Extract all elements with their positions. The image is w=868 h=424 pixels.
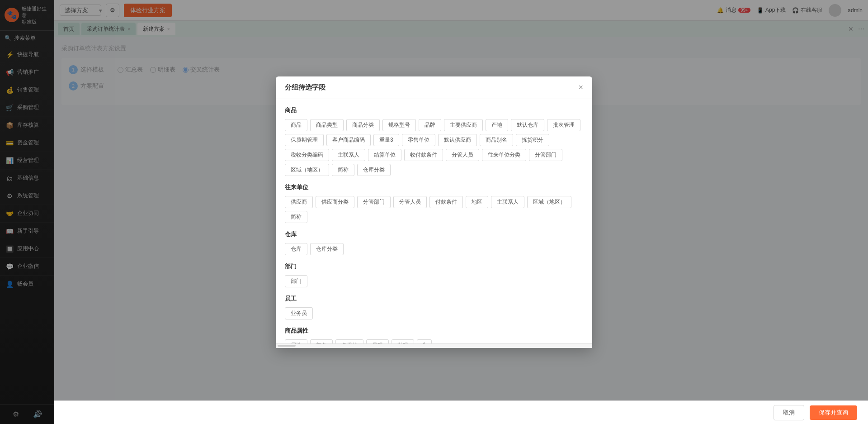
tag-保质期管理[interactable]: 保质期管理 bbox=[285, 134, 324, 146]
modal-header: 分组待选字段 × bbox=[276, 76, 592, 99]
tag-部门[interactable]: 部门 bbox=[285, 275, 307, 287]
tag-客户商品编码[interactable]: 客户商品编码 bbox=[326, 134, 371, 146]
modal-title: 分组待选字段 bbox=[285, 83, 326, 92]
tag-商品类型[interactable]: 商品类型 bbox=[310, 119, 344, 131]
tag-业务员[interactable]: 业务员 bbox=[285, 307, 313, 319]
tag-商品别名[interactable]: 商品别名 bbox=[480, 134, 513, 146]
tag-尺码[interactable]: 尺码 bbox=[366, 339, 389, 343]
tag-商品分类[interactable]: 商品分类 bbox=[346, 119, 380, 131]
tag-主要供应商[interactable]: 主要供应商 bbox=[444, 119, 483, 131]
tag-产地[interactable]: 产地 bbox=[486, 119, 508, 131]
section-title-warehouse: 仓库 bbox=[285, 230, 583, 238]
section-title-employee: 员工 bbox=[285, 295, 583, 303]
tag-往来单位分类[interactable]: 往来单位分类 bbox=[482, 149, 526, 161]
tag-默认仓库[interactable]: 默认仓库 bbox=[511, 119, 544, 131]
tag-颜色[interactable]: 颜色 bbox=[310, 339, 333, 343]
tag-零售单位[interactable]: 零售单位 bbox=[402, 134, 435, 146]
tag-仓库分类[interactable]: 仓库分类 bbox=[310, 243, 344, 255]
section-title-product: 商品 bbox=[285, 106, 583, 114]
tag-主联系人[interactable]: 主联系人 bbox=[332, 149, 365, 161]
tags-wrap-product-attr: 属性颜色多规格尺码鞋码1 bbox=[285, 339, 583, 343]
tags-wrap-product: 商品商品类型商品分类规格型号品牌主要供应商产地默认仓库批次管理保质期管理客户商品… bbox=[285, 119, 583, 176]
tag-分管部门[interactable]: 分管部门 bbox=[357, 196, 391, 208]
tag-1[interactable]: 1 bbox=[417, 339, 432, 343]
tag-批次管理[interactable]: 批次管理 bbox=[547, 119, 580, 131]
tag-鞋码[interactable]: 鞋码 bbox=[392, 339, 414, 343]
section-title-department: 部门 bbox=[285, 262, 583, 271]
tag-结算单位[interactable]: 结算单位 bbox=[368, 149, 401, 161]
tag-分管部门[interactable]: 分管部门 bbox=[529, 149, 562, 161]
tag-仓库分类[interactable]: 仓库分类 bbox=[357, 164, 391, 176]
section-title-partner: 往来单位 bbox=[285, 183, 583, 191]
tag-分管人员[interactable]: 分管人员 bbox=[393, 196, 427, 208]
tag-供应商[interactable]: 供应商 bbox=[285, 196, 313, 208]
tag-主联系人[interactable]: 主联系人 bbox=[491, 196, 524, 208]
modal-close-btn[interactable]: × bbox=[578, 83, 583, 92]
tag-简称[interactable]: 简称 bbox=[332, 164, 354, 176]
tag-地区[interactable]: 地区 bbox=[466, 196, 488, 208]
tag-供应商分类[interactable]: 供应商分类 bbox=[316, 196, 354, 208]
tag-收付款条件[interactable]: 收付款条件 bbox=[404, 149, 443, 161]
tag-品牌[interactable]: 品牌 bbox=[419, 119, 441, 131]
tag-仓库[interactable]: 仓库 bbox=[285, 243, 307, 255]
modal-body: 商品商品商品类型商品分类规格型号品牌主要供应商产地默认仓库批次管理保质期管理客户… bbox=[276, 99, 592, 343]
tag-属性[interactable]: 属性 bbox=[285, 339, 307, 343]
save-button[interactable]: 保存并查询 bbox=[810, 405, 857, 420]
tag-区域（地区）[interactable]: 区域（地区） bbox=[527, 196, 571, 208]
tag-付款条件[interactable]: 付款条件 bbox=[429, 196, 463, 208]
tag-拣货积分[interactable]: 拣货积分 bbox=[516, 134, 549, 146]
tag-商品[interactable]: 商品 bbox=[285, 119, 307, 131]
cancel-button[interactable]: 取消 bbox=[774, 405, 804, 420]
tag-税收分类编码[interactable]: 税收分类编码 bbox=[285, 149, 329, 161]
tag-区域（地区）[interactable]: 区域（地区） bbox=[285, 164, 329, 176]
tags-wrap-department: 部门 bbox=[285, 275, 583, 287]
tags-wrap-partner: 供应商供应商分类分管部门分管人员付款条件地区主联系人区域（地区）简称 bbox=[285, 196, 583, 223]
tag-默认供应商[interactable]: 默认供应商 bbox=[438, 134, 477, 146]
section-title-product-attr: 商品属性 bbox=[285, 327, 583, 335]
modal-scrollbar-x[interactable] bbox=[276, 343, 592, 348]
tag-简称[interactable]: 简称 bbox=[285, 211, 307, 223]
tag-多规格[interactable]: 多规格 bbox=[335, 339, 363, 343]
tags-wrap-employee: 业务员 bbox=[285, 307, 583, 319]
tag-规格型号[interactable]: 规格型号 bbox=[382, 119, 416, 131]
tags-wrap-warehouse: 仓库仓库分类 bbox=[285, 243, 583, 255]
tag-重量3[interactable]: 重量3 bbox=[373, 134, 399, 146]
tag-分管人员[interactable]: 分管人员 bbox=[446, 149, 479, 161]
modal: 分组待选字段 × 商品商品商品类型商品分类规格型号品牌主要供应商产地默认仓库批次… bbox=[276, 76, 592, 348]
bottom-action-bar: 取消 保存并查询 bbox=[54, 400, 868, 424]
